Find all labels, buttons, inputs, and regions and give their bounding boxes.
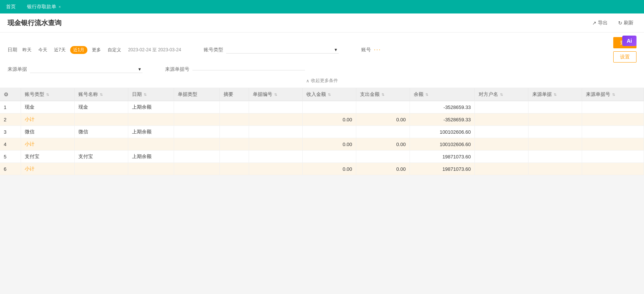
table-row: 4小计0.000.00100102606.60 <box>0 138 644 151</box>
cell-expense: 0.00 <box>356 113 410 126</box>
sort-icon: ⇅ <box>380 93 384 97</box>
cell-source_doc <box>528 151 582 163</box>
cell-doc_type <box>174 163 219 175</box>
cell-source_doc_no <box>582 163 644 175</box>
col-header-account_name[interactable]: 账号名称 ⇅ <box>75 88 128 101</box>
table-container: ⚙账号类型 ⇅账号名称 ⇅日期 ⇅单据类型摘要单据编号 ⇅收入金额 ⇅支出金额 … <box>0 88 644 175</box>
cell-date: 上期余额 <box>128 101 174 113</box>
col-header-date[interactable]: 日期 ⇅ <box>128 88 174 101</box>
page-title: 现金银行流水查询 <box>8 18 62 27</box>
sort-icon: ⇅ <box>45 93 49 97</box>
nav-home[interactable]: 首页 <box>0 0 22 13</box>
cell-source_doc <box>528 163 582 175</box>
col-header-counterpart[interactable]: 对方户名 ⇅ <box>475 88 528 101</box>
cell-source_doc <box>528 101 582 113</box>
cell-account_name: 微信 <box>75 126 128 138</box>
account-dots[interactable]: ··· <box>374 46 381 53</box>
date-shortcuts: 昨天今天近7天近1月更多自定义 <box>20 46 123 54</box>
cell-doc_type <box>174 126 219 138</box>
date-filter-group: 日期 昨天今天近7天近1月更多自定义 2023-02-24 至 2023-03-… <box>8 46 181 54</box>
date-btn-自定义[interactable]: 自定义 <box>105 46 123 54</box>
account-type-group: 账号类型 ▾ <box>204 46 339 54</box>
date-btn-更多[interactable]: 更多 <box>90 46 103 54</box>
cell-income <box>302 101 356 113</box>
source-doc-select[interactable]: ▾ <box>30 66 143 73</box>
cell-expense <box>356 151 410 163</box>
cell-account_type: 小计 <box>21 113 75 126</box>
nav-tabs: 收款单×付款单×其他收入单×应收应付调整单×银行存取款单×预收冲应收单×收款核销… <box>22 0 76 13</box>
close-icon[interactable]: × <box>59 0 61 13</box>
collapse-label: 收起更多条件 <box>311 78 338 84</box>
cell-expense <box>356 126 410 138</box>
table-row: 1现金现金上期余额-3528659.33 <box>0 101 644 113</box>
cell-account_type: 小计 <box>21 163 75 175</box>
col-header-source_doc[interactable]: 来源单据 ⇅ <box>528 88 582 101</box>
table-header-row: ⚙账号类型 ⇅账号名称 ⇅日期 ⇅单据类型摘要单据编号 ⇅收入金额 ⇅支出金额 … <box>0 88 644 101</box>
cell-source_doc_no <box>582 138 644 151</box>
cell-account_name: 支付宝 <box>75 151 128 163</box>
cell-index: 6 <box>0 163 21 175</box>
cell-doc_type <box>174 138 219 151</box>
cell-doc_no <box>249 113 302 126</box>
cell-source_doc <box>528 113 582 126</box>
cell-source_doc_no <box>582 126 644 138</box>
data-table: ⚙账号类型 ⇅账号名称 ⇅日期 ⇅单据类型摘要单据编号 ⇅收入金额 ⇅支出金额 … <box>0 88 644 175</box>
col-header-expense[interactable]: 支出金额 ⇅ <box>356 88 410 101</box>
cell-summary <box>219 113 249 126</box>
cell-account_type: 现金 <box>21 101 75 113</box>
cell-date <box>128 163 174 175</box>
date-btn-近1月[interactable]: 近1月 <box>70 46 88 54</box>
cell-expense <box>356 101 410 113</box>
ai-badge[interactable]: Ai <box>622 36 636 46</box>
date-btn-昨天[interactable]: 昨天 <box>20 46 34 54</box>
cell-income: 0.00 <box>302 113 356 126</box>
date-range: 2023-02-24 至 2023-03-24 <box>128 47 181 53</box>
refresh-label: 刷新 <box>624 19 633 26</box>
cell-account_type: 小计 <box>21 138 75 151</box>
collapse-button[interactable]: ∧ 收起更多条件 <box>306 78 338 84</box>
nav-tab-银行存取款单[interactable]: 银行存取款单× <box>22 0 76 13</box>
cell-expense: 0.00 <box>356 163 410 175</box>
col-header-account_type[interactable]: 账号类型 ⇅ <box>21 88 75 101</box>
cell-income <box>302 126 356 138</box>
cell-date <box>128 138 174 151</box>
header-actions: ↗ 导出 ↻ 刷新 <box>589 18 636 28</box>
export-button[interactable]: ↗ 导出 <box>589 18 611 28</box>
refresh-icon: ↻ <box>618 20 622 26</box>
sort-icon: ⇅ <box>611 93 615 97</box>
cell-index: 2 <box>0 113 21 126</box>
cell-date: 上期余额 <box>128 126 174 138</box>
col-header-balance[interactable]: 余额 ⇅ <box>410 88 475 101</box>
cell-income: 0.00 <box>302 138 356 151</box>
settings-button[interactable]: 设置 <box>613 51 636 63</box>
cell-counterpart <box>475 101 528 113</box>
sort-icon: ⇅ <box>327 93 331 97</box>
cell-income: 0.00 <box>302 163 356 175</box>
col-header-income[interactable]: 收入金额 ⇅ <box>302 88 356 101</box>
cell-counterpart <box>475 138 528 151</box>
source-doc-chevron-icon: ▾ <box>138 66 141 72</box>
account-type-select[interactable]: ▾ <box>226 46 339 54</box>
sort-icon: ⇅ <box>499 93 503 97</box>
cell-account_name <box>75 138 128 151</box>
cell-account_name: 现金 <box>75 101 128 113</box>
cell-counterpart <box>475 126 528 138</box>
account-group: 账号 ··· <box>361 46 381 53</box>
date-btn-今天[interactable]: 今天 <box>36 46 50 54</box>
source-doc-group: 来源单据 ▾ <box>8 66 143 73</box>
refresh-button[interactable]: ↻ 刷新 <box>615 18 636 28</box>
table-settings-icon[interactable]: ⚙ <box>4 91 9 97</box>
sort-icon: ⇅ <box>424 93 428 97</box>
col-header-source_doc_no[interactable]: 来源单据号 ⇅ <box>582 88 644 101</box>
date-btn-近7天[interactable]: 近7天 <box>52 46 68 54</box>
source-doc-no-input[interactable] <box>192 69 305 70</box>
collapse-row: ∧ 收起更多条件 <box>8 76 636 85</box>
sort-icon: ⇅ <box>99 93 103 97</box>
cell-balance: -3528659.33 <box>410 101 475 113</box>
col-header-doc_no[interactable]: 单据编号 ⇅ <box>249 88 302 101</box>
cell-source_doc_no <box>582 101 644 113</box>
cell-index: 4 <box>0 138 21 151</box>
cell-doc_no <box>249 101 302 113</box>
table-body: 1现金现金上期余额-3528659.332小计0.000.00-3528659.… <box>0 101 644 175</box>
cell-expense: 0.00 <box>356 138 410 151</box>
